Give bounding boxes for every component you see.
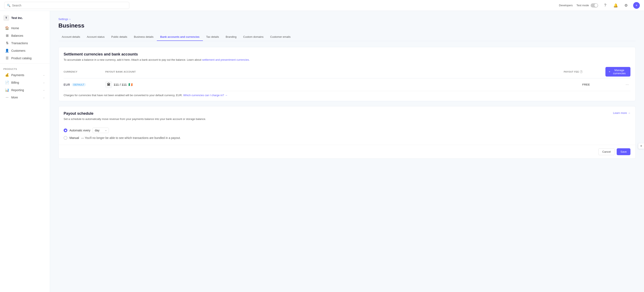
tab-account-status[interactable]: Account status: [84, 33, 108, 41]
payout-card: Payout schedule Set a schedule to automa…: [58, 106, 636, 159]
sidebar-item-reporting[interactable]: 📊 Reporting ⌄: [2, 86, 48, 94]
manual-label: Manual: [70, 136, 79, 140]
payout-card-header: Payout schedule Set a schedule to automa…: [58, 106, 636, 124]
chevron-down-icon: ⌄: [43, 89, 45, 91]
flag-icon: 🇮🇪: [128, 82, 133, 86]
settlement-card-title: Settlement currencies and bank accounts: [64, 52, 630, 56]
tab-custom-domains[interactable]: Custom domains: [240, 33, 267, 41]
test-mode-toggle-wrap: Test mode: [576, 3, 598, 8]
add-button[interactable]: +: [633, 2, 640, 9]
payout-title: Payout schedule: [64, 112, 206, 116]
chevron-down-icon: ⌄: [43, 74, 45, 76]
sidebar-item-product-catalog[interactable]: ☰ Product catalog: [2, 54, 48, 62]
sidebar-item-label: Home: [11, 26, 19, 30]
cancel-button[interactable]: Cancel: [598, 148, 614, 155]
tab-account-details[interactable]: Account details: [58, 33, 84, 41]
notifications-button[interactable]: 🔔: [612, 2, 619, 9]
sidebar-item-customers[interactable]: 👤 Customers: [2, 47, 48, 54]
payments-icon: 💰: [5, 73, 9, 77]
sidebar-item-label: Product catalog: [11, 56, 32, 60]
fee-info-icon: i: [580, 70, 583, 73]
sidebar-item-transactions[interactable]: ⇅ Transactions: [2, 40, 48, 47]
automatic-option: Automatic every day week month: [64, 128, 630, 133]
fee-cell: FREE: [582, 83, 624, 86]
settlement-card-header: Settlement currencies and bank accounts …: [58, 47, 636, 65]
tab-tax-details[interactable]: Tax details: [203, 33, 222, 41]
settlement-currencies-link[interactable]: settlement and presentment currencies.: [202, 58, 250, 61]
tab-public-details[interactable]: Public details: [108, 33, 130, 41]
sidebar-item-label: Balances: [11, 34, 23, 37]
chevron-down-icon: ⌄: [43, 96, 45, 99]
brand-icon: T: [3, 15, 9, 21]
main-content: Settings › Business Account details Acco…: [50, 11, 644, 292]
manual-note: — You'll no longer be able to see which …: [81, 136, 180, 140]
bank-cell: 🏛 111 / 111 🇮🇪: [105, 81, 582, 88]
col-fee-header: Payout fee i: [564, 70, 606, 73]
test-mode-label: Test mode: [576, 4, 589, 7]
sidebar-item-home[interactable]: 🏠 Home: [2, 24, 48, 32]
test-mode-toggle[interactable]: [590, 3, 598, 8]
plus-icon: +: [609, 70, 610, 73]
frequency-select-wrap: day week month: [92, 128, 109, 133]
manual-radio[interactable]: [64, 136, 67, 140]
search-input[interactable]: [12, 4, 126, 7]
table-header: Currency Payout bank account Payout fee …: [64, 65, 630, 78]
bank-account-number: 111 / 111: [114, 83, 127, 86]
sidebar-item-more[interactable]: ··· More ⌄: [2, 94, 48, 101]
sidebar-item-label: Transactions: [11, 42, 28, 45]
payout-card-left: Payout schedule Set a schedule to automa…: [64, 112, 206, 121]
fee-value: FREE: [582, 83, 590, 86]
breadcrumb: Settings ›: [58, 18, 636, 21]
sidebar-brand: T Test Inc.: [0, 14, 50, 24]
search-icon: 🔍: [7, 4, 10, 7]
side-add-button[interactable]: +: [638, 143, 644, 149]
bank-icon: 🏛: [105, 81, 112, 88]
currency-code: EUR: [64, 83, 70, 86]
row-actions-button[interactable]: ···: [624, 82, 630, 88]
note-row: Charges for currencies that have not bee…: [64, 91, 630, 98]
default-badge: Default: [72, 83, 86, 86]
page-title: Business: [58, 22, 636, 29]
tab-branding[interactable]: Branding: [222, 33, 240, 41]
products-section-label: Products: [0, 65, 50, 71]
breadcrumb-settings-link[interactable]: Settings: [58, 18, 68, 21]
manage-currencies-button[interactable]: + Manage currencies: [606, 67, 630, 76]
help-button[interactable]: ?: [602, 2, 608, 9]
tab-customer-emails[interactable]: Customer emails: [267, 33, 294, 41]
tab-business-details[interactable]: Business details: [130, 33, 157, 41]
col-bank-header: Payout bank account: [105, 70, 564, 73]
settings-button[interactable]: ⚙: [623, 2, 630, 9]
sidebar-item-label: Billing: [11, 81, 19, 84]
sidebar-item-payments[interactable]: 💰 Payments ⌄: [2, 71, 48, 79]
sidebar: T Test Inc. 🏠 Home ⊞ Balances ⇅ Transact…: [0, 11, 50, 292]
automatic-label: Automatic every: [70, 129, 90, 132]
brand-name: Test Inc.: [11, 16, 23, 20]
sidebar-item-billing[interactable]: 📄 Billing ⌄: [2, 79, 48, 86]
currency-cell: EUR Default: [64, 83, 105, 86]
learn-more-link[interactable]: Learn more →: [613, 112, 630, 114]
toggle-knob: [594, 4, 598, 7]
developers-button[interactable]: Developers: [559, 4, 573, 7]
which-currencies-link[interactable]: Which currencies can I charge in? →: [183, 94, 228, 97]
save-button[interactable]: Save: [617, 148, 630, 155]
arrow-icon: →: [628, 112, 630, 114]
sidebar-item-label: Reporting: [11, 88, 24, 92]
payout-options: Automatic every day week month Manual — …: [58, 124, 636, 145]
search-box[interactable]: 🔍: [4, 2, 129, 9]
payout-desc: Set a schedule to automatically move rev…: [64, 117, 206, 121]
col-actions-header: + Manage currencies: [606, 67, 630, 76]
tab-bank-accounts[interactable]: Bank accounts and currencies: [157, 33, 203, 41]
topbar: 🔍 Developers Test mode ? 🔔 ⚙ +: [0, 0, 644, 11]
col-currency-header: Currency: [64, 70, 105, 73]
billing-icon: 📄: [5, 80, 9, 84]
layout: T Test Inc. 🏠 Home ⊞ Balances ⇅ Transact…: [0, 11, 644, 292]
sidebar-item-label: More: [11, 96, 18, 99]
topbar-right: Developers Test mode ? 🔔 ⚙ +: [559, 2, 640, 9]
reporting-icon: 📊: [5, 88, 9, 92]
table-row: EUR Default 🏛 111 / 111 🇮🇪 FREE ···: [64, 78, 630, 91]
sidebar-item-label: Customers: [11, 49, 26, 52]
automatic-radio[interactable]: [64, 128, 67, 132]
product-catalog-icon: ☰: [5, 56, 9, 60]
frequency-select[interactable]: day week month: [92, 128, 109, 133]
sidebar-item-balances[interactable]: ⊞ Balances: [2, 32, 48, 39]
